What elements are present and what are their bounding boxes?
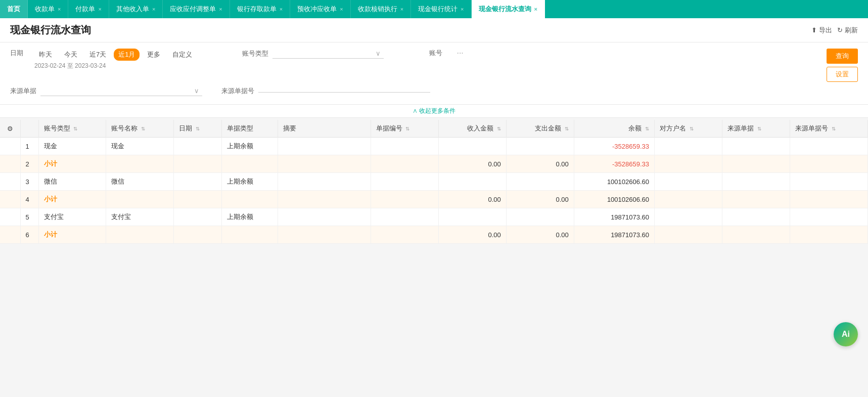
nav-other-income[interactable]: 其他收入单 ×: [109, 0, 163, 18]
row-source-doc-no: [790, 191, 868, 208]
summary-column-header: 摘要: [278, 120, 371, 138]
row-account-type: 小计: [38, 155, 106, 173]
row-expense: 0.00: [506, 155, 574, 173]
nav-bank-flow[interactable]: 现金银行流水查询 ×: [472, 0, 545, 18]
row-source-doc-no: [790, 208, 868, 226]
source-doc-column-header[interactable]: 来源单据 ⇅: [722, 120, 790, 138]
account-label: 账号: [429, 49, 449, 58]
date-more[interactable]: 更多: [143, 49, 165, 61]
nav-bank-deposit[interactable]: 银行存取款单 ×: [230, 0, 290, 18]
date-7days[interactable]: 近7天: [85, 49, 111, 61]
top-nav: 首页 收款单 × 付款单 × 其他收入单 × 应收应付调整单 × 银行存取款单 …: [0, 0, 868, 18]
date-1month[interactable]: 近1月: [114, 49, 140, 61]
row-seq: 5: [20, 208, 38, 226]
source-doc-no-column-header[interactable]: 来源单据号 ⇅: [790, 120, 868, 138]
row-summary: [278, 155, 371, 173]
row-doc-no: [371, 138, 438, 155]
row-account-name: 现金: [106, 138, 174, 155]
sort-source-doc-icon: ⇅: [757, 126, 761, 131]
sort-account-name-icon: ⇅: [141, 126, 145, 131]
date-custom[interactable]: 自定义: [168, 49, 197, 61]
date-shortcuts: 昨天 今天 近7天 近1月 更多 自定义: [34, 49, 197, 61]
balance-column-header[interactable]: 余额 ⇅: [574, 120, 654, 138]
row-income: 0.00: [438, 191, 506, 208]
date-today[interactable]: 今天: [60, 49, 82, 61]
row-expense: 0.00: [506, 191, 574, 208]
account-type-column-header[interactable]: 账号类型 ⇅: [38, 120, 106, 138]
nav-receipt[interactable]: 收款单 ×: [28, 0, 68, 18]
row-income: [438, 173, 506, 191]
close-payment-icon[interactable]: ×: [98, 6, 101, 12]
nav-bank-stats[interactable]: 现金银行统计 ×: [411, 0, 471, 18]
sort-counterpart-icon: ⇅: [690, 126, 694, 131]
row-account-type: 小计: [38, 226, 106, 244]
row-account-name: [106, 226, 174, 244]
row-seq: 4: [20, 191, 38, 208]
source-doc-no-input[interactable]: [258, 90, 430, 93]
doc-no-column-header[interactable]: 单据编号 ⇅: [371, 120, 438, 138]
nav-prepayment[interactable]: 预收冲应收单 ×: [290, 0, 350, 18]
date-range: 2023-02-24 至 2023-03-24: [34, 62, 197, 70]
row-account-name: 支付宝: [106, 208, 174, 226]
table-row: 4 小计 0.00 0.00 100102606.60: [0, 191, 868, 208]
collapse-bar[interactable]: ∧ 收起更多条件: [0, 105, 868, 118]
close-prepayment-icon[interactable]: ×: [340, 6, 343, 12]
nav-ap-ar-adjust[interactable]: 应收应付调整单 ×: [163, 0, 230, 18]
table-row: 5 支付宝 支付宝 上期余额 19871073.60: [0, 208, 868, 226]
settings-button[interactable]: 设置: [827, 67, 858, 82]
row-counterpart: [655, 155, 722, 173]
table-area: ⚙ 账号类型 ⇅ 账号名称 ⇅ 日期 ⇅ 单据类型 摘要 单据编号 ⇅ 收入金额…: [0, 120, 868, 244]
row-source-doc: [722, 208, 790, 226]
counterpart-column-header[interactable]: 对方户名 ⇅: [655, 120, 722, 138]
export-button[interactable]: ⬆ 导出: [811, 26, 832, 35]
close-ap-ar-icon[interactable]: ×: [219, 6, 222, 12]
row-balance: 19871073.60: [574, 226, 654, 244]
date-column-header[interactable]: 日期 ⇅: [174, 120, 221, 138]
close-bank-flow-icon[interactable]: ×: [534, 6, 537, 12]
source-doc-select[interactable]: ∨: [40, 86, 202, 96]
row-counterpart: [655, 208, 722, 226]
row-date: [174, 226, 221, 244]
row-summary: [278, 138, 371, 155]
sort-account-type-icon: ⇅: [73, 126, 77, 131]
row-doc-no: [371, 208, 438, 226]
row-doc-type: 上期余额: [221, 208, 278, 226]
row-source-doc-no: [790, 173, 868, 191]
page-title: 现金银行流水查询: [10, 23, 91, 37]
close-other-income-icon[interactable]: ×: [152, 6, 155, 12]
close-collection-icon[interactable]: ×: [400, 6, 403, 12]
table-row: 2 小计 0.00 0.00 -3528659.33: [0, 155, 868, 173]
row-account-type: 小计: [38, 191, 106, 208]
account-type-select[interactable]: ∨: [272, 49, 384, 59]
account-name-column-header[interactable]: 账号名称 ⇅: [106, 120, 174, 138]
sort-date-icon: ⇅: [196, 126, 200, 131]
account-type-chevron-icon: ∨: [376, 50, 381, 57]
nav-collection[interactable]: 收款核销执行 ×: [351, 0, 411, 18]
table-row: 1 现金 现金 上期余额 -3528659.33: [0, 138, 868, 155]
close-bank-stats-icon[interactable]: ×: [461, 6, 464, 12]
row-doc-no: [371, 173, 438, 191]
query-button[interactable]: 查询: [827, 49, 858, 64]
row-expense: [506, 138, 574, 155]
source-doc-no-label: 来源单据号: [221, 86, 254, 96]
row-counterpart: [655, 173, 722, 191]
nav-payment[interactable]: 付款单 ×: [68, 0, 109, 18]
row-date: [174, 138, 221, 155]
row-seq: 2: [20, 155, 38, 173]
row-gear-cell: [0, 155, 20, 173]
close-receipt-icon[interactable]: ×: [58, 6, 61, 12]
expense-column-header[interactable]: 支出金额 ⇅: [506, 120, 574, 138]
row-seq: 3: [20, 173, 38, 191]
row-summary: [278, 173, 371, 191]
nav-home[interactable]: 首页: [0, 0, 28, 18]
table-body: 1 现金 现金 上期余额 -3528659.33 2 小计 0.00 0.00 …: [0, 138, 868, 244]
close-bank-deposit-icon[interactable]: ×: [280, 6, 283, 12]
gear-column-header[interactable]: ⚙: [0, 120, 20, 138]
row-source-doc: [722, 191, 790, 208]
income-column-header[interactable]: 收入金额 ⇅: [438, 120, 506, 138]
row-gear-cell: [0, 138, 20, 155]
refresh-button[interactable]: ↻ 刷新: [837, 26, 858, 35]
account-ellipsis[interactable]: ···: [453, 49, 466, 58]
date-label: 日期: [10, 49, 30, 58]
date-yesterday[interactable]: 昨天: [34, 49, 57, 61]
